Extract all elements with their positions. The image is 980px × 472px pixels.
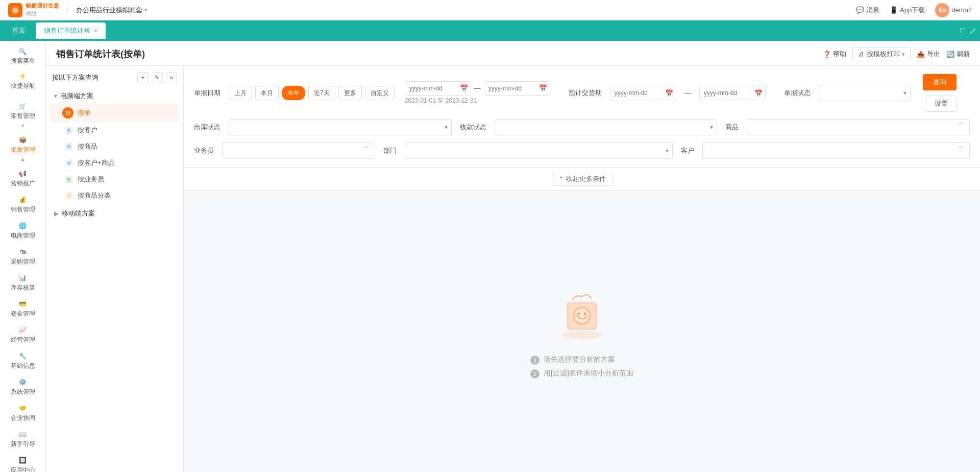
sidebar-item-marketing[interactable]: 📢 营销推广	[3, 166, 43, 192]
date-btn-last-month[interactable]: 上月	[229, 86, 252, 100]
customer-input[interactable]	[702, 143, 970, 159]
left-panel: 按以下方案查询 + ✎ « ▾ 电脑端方案	[46, 66, 184, 472]
scheme-item-by-customer-goods[interactable]: 客 按客户+商品	[50, 155, 179, 171]
refresh-btn[interactable]: 🔄 刷新	[946, 50, 970, 59]
tab-close-icon[interactable]: ×	[93, 27, 97, 35]
sidebar-item-sales[interactable]: 💰 销售管理	[3, 192, 43, 218]
top-bar: 好 畅捷通好生意 标版 办公用品行业模拟账套 ▾ 💬 消息 📱 App下载 Ea…	[0, 0, 980, 20]
customer-more-btn[interactable]: ···	[953, 143, 968, 159]
filter-row-2: 出库状态 ▾ 收款状态 ▾ 商品 ···	[194, 119, 970, 135]
calendar-end-icon[interactable]: 📅	[539, 84, 547, 92]
tab-home[interactable]: 首页	[4, 22, 34, 39]
date-btn-this-year[interactable]: 本年	[282, 86, 305, 100]
tab-sales-stat[interactable]: 销售订单统计表 ×	[36, 22, 106, 39]
add-scheme-btn[interactable]: +	[137, 72, 149, 83]
customer-label: 客户	[681, 146, 694, 155]
predicted-date-label: 预计交货期	[569, 88, 602, 98]
predicted-dash: —	[684, 89, 691, 97]
export-btn[interactable]: 📤 导出	[917, 50, 940, 59]
scheme-item-by-order[interactable]: 按 按单	[50, 104, 179, 122]
empty-illustration	[551, 284, 612, 347]
sidebar-item-finance[interactable]: 💳 资金管理	[3, 296, 43, 322]
scheme-item-order-icon: 按	[62, 107, 74, 119]
collapse-panel-btn[interactable]: «	[166, 72, 177, 83]
date-btn-7days[interactable]: 近7天	[308, 86, 335, 100]
workspace-name: 办公用品行业模拟账套	[76, 6, 142, 15]
date-btn-this-month[interactable]: 本月	[255, 86, 279, 100]
svg-point-18	[584, 313, 586, 315]
app-download-btn[interactable]: 📱 App下载	[890, 6, 925, 15]
ship-status-wrapper: ▾	[229, 119, 452, 135]
mobile-group-header[interactable]: ▶ 移动端方案	[50, 206, 179, 221]
sidebar-item-purchase[interactable]: 🛍 采购管理	[3, 244, 43, 270]
sidebar-item-wholesale[interactable]: 📦 批发管理 ▴	[3, 132, 43, 166]
print-icon: 🖨	[858, 51, 865, 58]
workspace-selector[interactable]: 办公用品行业模拟账套 ▾	[76, 6, 148, 15]
goods-label: 商品	[725, 123, 739, 132]
print-arrow-icon: ▾	[902, 51, 905, 58]
message-btn[interactable]: 💬 消息	[856, 6, 879, 15]
query-panel: 查询 设置	[923, 74, 957, 112]
system-icon: ⚙️	[19, 379, 27, 386]
scheme-item-by-category[interactable]: 分 按商品分类	[50, 187, 179, 204]
logo-text: 畅捷通好生意	[26, 3, 59, 9]
minimize-icon[interactable]: □	[960, 26, 965, 35]
goods-more-btn[interactable]: ···	[953, 119, 968, 135]
enterprise-icon: 🤝	[19, 405, 27, 412]
mobile-group-arrow: ▶	[54, 210, 59, 217]
calendar-start-icon[interactable]: 📅	[460, 84, 468, 92]
ship-status-select[interactable]	[229, 119, 452, 135]
sidebar-item-enterprise[interactable]: 🤝 企业协同	[3, 400, 43, 427]
print-btn[interactable]: 🖨 按模板打印 ▾	[852, 47, 911, 61]
collapse-more-btn[interactable]: ⌃ 收起更多条件	[552, 172, 612, 186]
date-btn-custom[interactable]: 自定义	[365, 86, 395, 100]
sidebar-item-ecommerce[interactable]: 🌐 电商管理	[3, 218, 43, 244]
customer-goods-icon: 客	[64, 158, 74, 168]
purchase-label: 采购管理	[11, 257, 35, 266]
mobile-group-label: 移动端方案	[62, 209, 95, 218]
date-btn-more[interactable]: 更多	[338, 86, 362, 100]
salesperson-input[interactable]	[222, 143, 375, 159]
sidebar-item-operations[interactable]: 📈 经营管理	[3, 322, 43, 348]
date-dash: —	[474, 84, 481, 92]
basic-icon: 🔧	[19, 352, 27, 360]
username: demo2	[951, 6, 972, 14]
print-label: 按模板打印	[867, 50, 900, 59]
sidebar-item-inventory[interactable]: 📊 库存核算	[3, 270, 43, 296]
export-icon: 📤	[917, 51, 925, 58]
payment-status-select[interactable]	[495, 119, 718, 135]
sidebar-item-quicknav[interactable]: ⚡ 快捷导航	[3, 68, 43, 95]
svg-text:好: 好	[13, 8, 18, 13]
goods-input[interactable]	[747, 119, 970, 135]
help-btn[interactable]: ❓ 帮助	[823, 50, 846, 59]
desktop-group-header[interactable]: ▾ 电脑端方案	[50, 88, 179, 104]
status-select[interactable]	[819, 85, 911, 101]
page-header: 销售订单统计表(按单) ❓ 帮助 🖨 按模板打印 ▾ 📤 导出 🔄 刷新	[46, 41, 980, 66]
svg-point-17	[578, 313, 580, 315]
download-icon: 📱	[890, 6, 898, 14]
sidebar-item-guide[interactable]: 📖 新手引导	[3, 427, 43, 453]
user-area[interactable]: Ea demo2	[935, 3, 972, 17]
sidebar-item-system[interactable]: ⚙️ 系统管理	[3, 374, 43, 400]
export-label: 导出	[927, 50, 940, 59]
filter-row-1: 单据日期 上月 本月 本年 近7天 更多 自定义	[194, 74, 970, 112]
salesperson-more-btn[interactable]: ···	[359, 143, 373, 159]
setting-button[interactable]: 设置	[926, 96, 957, 112]
scheme-item-by-salesperson[interactable]: 业 按业务员	[50, 171, 179, 187]
query-button[interactable]: 查询	[923, 74, 957, 90]
salesperson-scheme-icon: 业	[64, 175, 74, 184]
sidebar-item-basic[interactable]: 🔧 基础信息	[3, 348, 43, 374]
maximize-icon[interactable]: ⤢	[969, 26, 976, 36]
sidebar-search-btn[interactable]: 🔍 搜索菜单	[3, 45, 43, 68]
calendar-pred-end-icon[interactable]: 📅	[754, 89, 763, 97]
ecommerce-icon: 🌐	[19, 222, 27, 229]
department-select[interactable]	[405, 143, 673, 159]
sidebar-item-retail[interactable]: 🛒 零售管理 ▾	[3, 99, 43, 132]
edit-scheme-btn[interactable]: ✎	[152, 72, 163, 83]
sidebar-item-apps[interactable]: 🔲 应用中心	[3, 453, 43, 472]
scheme-item-by-goods[interactable]: 商 按商品	[50, 138, 179, 155]
empty-tip-2: 2 用[过滤]条件来缩小分析范围	[530, 369, 633, 379]
scheme-item-by-customer[interactable]: 客 按客户	[50, 122, 179, 138]
calendar-pred-start-icon[interactable]: 📅	[665, 89, 673, 97]
date-input-group: 📅 — 📅	[405, 81, 550, 96]
